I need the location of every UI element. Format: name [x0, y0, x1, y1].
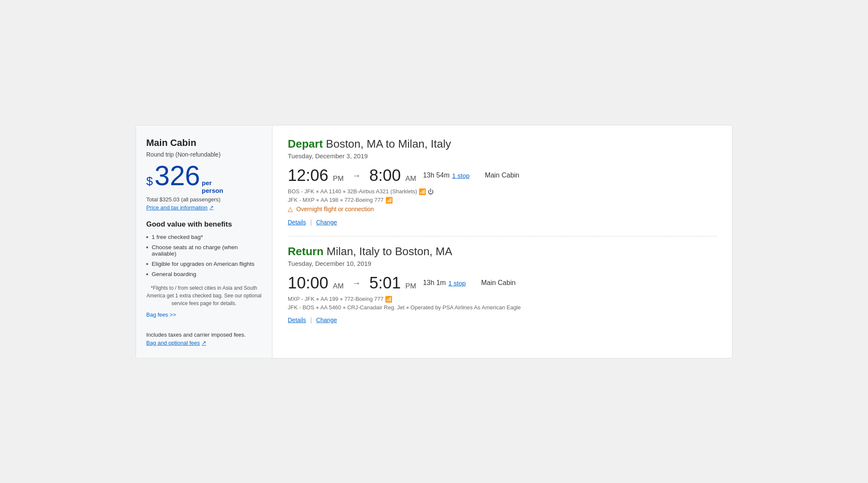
wifi-icon-3: 📶: [385, 296, 392, 303]
benefits-list: 1 free checked bag* Choose seats at no c…: [146, 234, 262, 277]
external-link-icon: ↗: [209, 204, 214, 210]
depart-actions-row: Details | Change: [288, 219, 717, 226]
tax-info-link[interactable]: Price and tax information ↗: [146, 204, 262, 211]
return-actions-row: Details | Change: [288, 317, 717, 323]
price-row: $ 326 perperson: [146, 162, 262, 195]
warning-triangle-icon: △: [288, 205, 293, 213]
return-segment2-row: JFK - BOS ■ AA 5460 ■ CRJ-Canadair Reg. …: [288, 304, 717, 311]
return-arrive-time: 5:01 PM: [369, 274, 416, 292]
depart-cabin-label: Main Cabin: [485, 172, 519, 179]
depart-stop-link[interactable]: 1 stop: [452, 172, 469, 179]
duration-stop: 13h 54m 1 stop: [423, 172, 469, 179]
return-header: Return Milan, Italy to Boston, MA: [288, 245, 717, 258]
return-times-row: 10:00 AM → 5:01 PM 13h 1m 1 stop Main Ca…: [288, 274, 717, 292]
depart-segment2-row: JFK - MXP ■ AA 198 ■ 772-Boeing 777 📶: [288, 197, 717, 204]
dollar-sign: $: [146, 175, 153, 188]
arrow-icon: →: [352, 171, 361, 180]
includes-fees-label: Includes taxes and carrier imposed fees.: [146, 332, 262, 338]
depart-header: Depart Boston, MA to Milan, Italy: [288, 137, 717, 151]
return-date: Tuesday, December 10, 2019: [288, 260, 717, 267]
return-section: Return Milan, Italy to Boston, MA Tuesda…: [288, 245, 717, 323]
wifi-icon-1: 📶: [419, 188, 426, 195]
trip-type-label: Round trip (Non-refundable): [146, 151, 262, 158]
wifi-icon-2: 📶: [385, 197, 393, 204]
price-amount: 326: [155, 162, 200, 189]
depart-date: Tuesday, December 3, 2019: [288, 152, 717, 160]
benefits-title: Good value with benefits: [146, 220, 262, 229]
section-divider: [288, 236, 717, 236]
return-duration-stop: 13h 1m 1 stop: [423, 279, 466, 287]
return-cabin-label: Main Cabin: [481, 279, 515, 287]
benefit-item: Eligible for upgrades on American flight…: [146, 261, 262, 267]
power-icon-1: ⏻: [428, 188, 434, 195]
depart-segment1-row: BOS - JFK ■ AA 1140 ■ 32B-Airbus A321 (S…: [288, 188, 717, 195]
return-route: Milan, Italy to Boston, MA: [327, 245, 452, 258]
right-panel: Depart Boston, MA to Milan, Italy Tuesda…: [272, 125, 732, 358]
left-panel: Main Cabin Round trip (Non-refundable) $…: [136, 125, 272, 358]
external-icon-2: ↗: [202, 340, 206, 346]
optional-fees-link[interactable]: Bag and optional fees ↗: [146, 340, 262, 346]
depart-details-link[interactable]: Details: [288, 219, 306, 226]
return-stop-link[interactable]: 1 stop: [448, 279, 466, 287]
depart-times-row: 12:06 PM → 8:00 AM 13h 54m 1 stop Main C…: [288, 166, 717, 185]
depart-change-link[interactable]: Change: [316, 219, 337, 226]
main-container: Main Cabin Round trip (Non-refundable) $…: [136, 125, 732, 358]
return-arrow-icon: →: [352, 278, 361, 288]
arrive-time: 8:00 AM: [369, 166, 416, 185]
return-change-link[interactable]: Change: [316, 317, 337, 323]
overnight-warning: △ Overnight flight or connection: [288, 205, 717, 213]
depart-time: 12:06 PM: [288, 166, 344, 185]
benefit-item: Choose seats at no charge (when availabl…: [146, 244, 262, 257]
benefit-item: General boarding: [146, 271, 262, 277]
benefit-item: 1 free checked bag*: [146, 234, 262, 240]
footnote-text: *Flights to / from select cities in Asia…: [146, 284, 262, 307]
return-segment1-row: MXP - JFK ■ AA 199 ■ 772-Boeing 777 📶: [288, 296, 717, 303]
per-person-label: perperson: [202, 179, 223, 195]
depart-title: Depart Boston, MA to Milan, Italy: [288, 137, 717, 151]
depart-section: Depart Boston, MA to Milan, Italy Tuesda…: [288, 137, 717, 226]
depart-route: Boston, MA to Milan, Italy: [326, 137, 451, 150]
return-title: Return Milan, Italy to Boston, MA: [288, 245, 717, 258]
total-price-label: Total $325.03 (all passengers): [146, 196, 262, 203]
return-details-link[interactable]: Details: [288, 317, 306, 323]
cabin-type-label: Main Cabin: [146, 137, 262, 148]
return-depart-time: 10:00 AM: [288, 274, 344, 292]
bag-fees-link[interactable]: Bag fees >>: [146, 311, 262, 318]
